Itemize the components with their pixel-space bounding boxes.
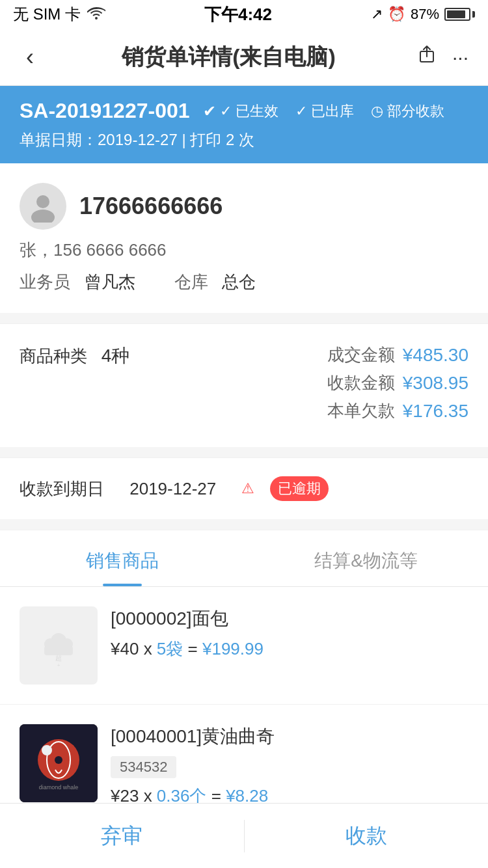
svg-text:超: 超 [55,655,62,662]
product-tag-2: 534532 [111,756,176,778]
order-id: SA-20191227-001 [20,99,190,123]
list-item: 超 + [0000002]面包 ¥40 x 5袋 = ¥199.99 [0,587,488,705]
avatar [20,183,66,230]
customer-name: 张，156 6666 6666 [20,239,468,262]
warehouse-info: 仓库 总仓 [174,271,256,293]
check-icon-effective: ✔ [203,102,216,120]
product-info-2: [00040001]黄油曲奇 534532 ¥23 x 0.36个 = ¥8.2… [111,724,468,807]
product-info-1: [0000002]面包 ¥40 x 5袋 = ¥199.99 [111,606,468,660]
svg-text:diamond whale: diamond whale [39,784,79,791]
overdue-date: 2019-12-27 [129,479,216,499]
page-title: 销货单详情(来自电脑) [40,42,417,72]
tabs-container: 销售商品 结算&物流等 [0,530,488,587]
product-thumbnail-1: 超 + [20,606,98,685]
cancel-review-button[interactable]: 弃审 [0,809,244,863]
collect-payment-button[interactable]: 收款 [245,809,489,863]
carrier-text: 无 SIM 卡 [13,4,81,25]
share-button[interactable] [417,45,437,69]
svg-text:+: + [57,662,61,668]
summary-left: 商品种类 4种 [20,344,129,373]
svg-point-1 [36,195,49,208]
nav-bar: ‹ 销货单详情(来自电脑) ··· [0,29,488,86]
customer-meta: 业务员 曾凡杰 仓库 总仓 [20,271,468,293]
status-badge-partial: ◷ 部分收款 [367,102,444,121]
status-bar: 无 SIM 卡 下午4:42 ↗ ⏰ 87% [0,0,488,29]
order-header-banner: SA-20191227-001 ✔ ✓ 已生效 ✓ 已出库 ◷ 部分收款 单据日… [0,86,488,163]
status-left: 无 SIM 卡 [13,4,105,25]
product-type-label: 商品种类 4种 [20,344,129,368]
product-list: 超 + [0000002]面包 ¥40 x 5袋 = ¥199.99 [0,587,488,828]
svg-point-12 [42,745,52,755]
receipt-amount-row: 收款金额 ¥308.95 [327,372,468,394]
svg-point-13 [55,756,62,764]
deal-amount-row: 成交金额 ¥485.30 [327,344,468,366]
wifi-icon [87,5,105,23]
nav-actions: ··· [417,45,468,69]
header-date: 单据日期：2019-12-27 | 打印 2 次 [20,129,468,150]
overdue-card: 收款到期日 2019-12-27 ⚠ 已逾期 [0,458,488,519]
sales-info: 业务员 曾凡杰 [20,271,135,293]
battery-percent: 87% [411,6,439,23]
summary-card: 商品种类 4种 成交金额 ¥485.30 收款金额 ¥308.95 本单欠款 ¥… [0,324,488,447]
battery-icon [444,8,475,21]
svg-rect-6 [44,646,73,655]
more-button[interactable]: ··· [452,46,468,68]
status-time: 下午4:42 [204,3,272,26]
debt-amount-row: 本单欠款 ¥176.35 [327,400,468,422]
alarm-icon: ⏰ [388,6,405,23]
summary-right: 成交金额 ¥485.30 收款金额 ¥308.95 本单欠款 ¥176.35 [327,344,468,427]
svg-point-2 [31,210,55,223]
customer-card: 17666666666 张，156 6666 6666 业务员 曾凡杰 仓库 总… [0,163,488,313]
product-price-1: ¥40 x 5袋 = ¥199.99 [111,638,468,660]
overdue-status-badge: 已逾期 [270,476,329,501]
product-name-2: [00040001]黄油曲奇 [111,724,468,749]
bottom-bar: 弃审 收款 [0,803,488,868]
overdue-label: 收款到期日 [20,478,104,500]
back-button[interactable]: ‹ [20,37,40,77]
product-thumbnail-2: diamond whale [20,724,98,802]
tab-sales-products[interactable]: 销售商品 [0,530,244,586]
tab-settlement[interactable]: 结算&物流等 [244,530,488,586]
header-row1: SA-20191227-001 ✔ ✓ 已生效 ✓ 已出库 ◷ 部分收款 [20,99,468,123]
location-icon: ↗ [371,6,383,23]
product-name-1: [0000002]面包 [111,606,468,631]
status-right: ↗ ⏰ 87% [371,6,475,23]
status-badge-effective: ✔ ✓ 已生效 [203,102,278,121]
summary-row: 商品种类 4种 成交金额 ¥485.30 收款金额 ¥308.95 本单欠款 ¥… [20,344,468,427]
customer-phone: 17666666666 [79,193,223,220]
status-badge-shipped: ✓ 已出库 [291,102,354,121]
customer-top: 17666666666 [20,183,468,230]
